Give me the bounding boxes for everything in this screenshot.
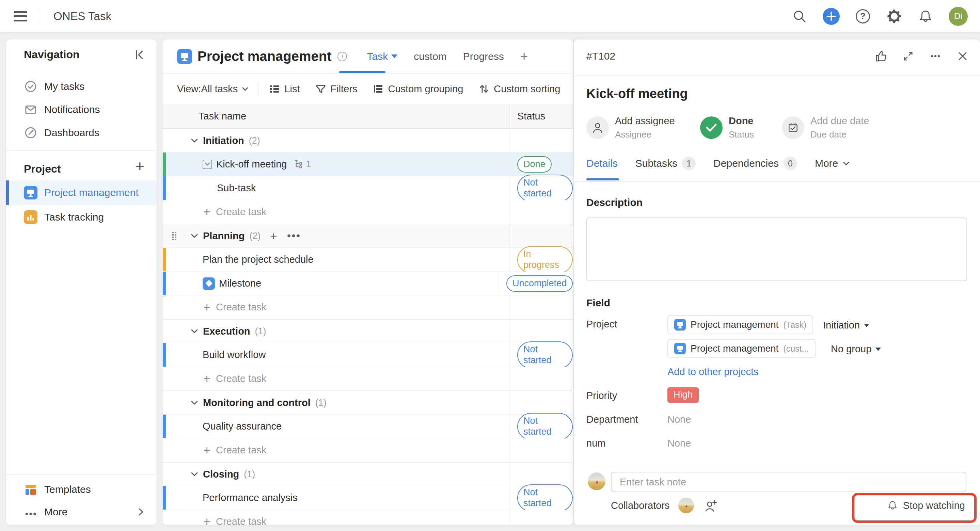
- group-select-initiation[interactable]: Initiation: [823, 320, 869, 331]
- group-row-planning[interactable]: Planning(2) + •••: [163, 224, 573, 248]
- view-selector[interactable]: View:All tasks: [177, 83, 248, 95]
- expand-icon[interactable]: [901, 49, 915, 63]
- more-dots-icon[interactable]: [928, 49, 943, 63]
- sidebar-item-templates[interactable]: Templates: [6, 478, 157, 501]
- group-count: (2): [249, 135, 260, 146]
- add-collaborator-icon[interactable]: [703, 498, 718, 513]
- create-task-row[interactable]: +Create task: [163, 296, 573, 319]
- status-color-bar: [163, 176, 166, 200]
- add-due-date-chip[interactable]: Add due date Due date: [782, 115, 869, 140]
- project-chip-task[interactable]: Project management (Task): [667, 315, 813, 334]
- task-row-milestone[interactable]: Milestone Uncompleted: [163, 272, 573, 296]
- menu-icon[interactable]: [14, 11, 27, 21]
- settings-gear-icon[interactable]: [886, 8, 902, 24]
- tab-task[interactable]: Task: [367, 51, 398, 62]
- status-color-bar: [163, 153, 166, 176]
- task-row-quality-assurance[interactable]: Quality assurance Not started: [163, 415, 573, 439]
- more-dots-icon: [24, 505, 37, 519]
- task-checkbox[interactable]: [203, 160, 212, 169]
- create-task-row[interactable]: +Create task: [163, 367, 573, 391]
- stop-watching-button[interactable]: Stop watching: [887, 500, 965, 511]
- status-badge[interactable]: Uncompleted: [506, 275, 573, 292]
- add-tab-icon[interactable]: +: [520, 49, 528, 64]
- status-badge[interactable]: Done: [517, 156, 552, 173]
- group-row-initiation[interactable]: Initiation(2): [163, 129, 573, 153]
- status-badge[interactable]: Not started: [517, 484, 573, 512]
- project-chip-custom[interactable]: Project management (cust...: [667, 339, 816, 358]
- help-icon[interactable]: ?: [855, 8, 871, 24]
- task-row-kick-off-meeting[interactable]: Kick-off meeting 1 Done: [163, 153, 573, 176]
- group-select-no-group[interactable]: No group: [831, 343, 881, 355]
- group-more-icon[interactable]: •••: [287, 230, 301, 242]
- add-project-icon[interactable]: +: [135, 159, 145, 173]
- tab-progress[interactable]: Progress: [463, 51, 504, 62]
- department-value[interactable]: None: [667, 414, 691, 425]
- tab-dependencies[interactable]: Dependencies 0: [713, 157, 797, 170]
- group-row-closing[interactable]: Closing(1): [163, 462, 573, 486]
- create-task-row[interactable]: +Create task: [163, 510, 573, 525]
- project-management-icon: [24, 186, 37, 199]
- active-tab-underline: [339, 71, 385, 73]
- num-field-label: num: [586, 438, 605, 449]
- task-row-build-workflow[interactable]: Build workflow Not started: [163, 343, 573, 367]
- add-task-to-group-icon[interactable]: +: [270, 229, 277, 243]
- list-view-button[interactable]: List: [269, 83, 300, 95]
- status-color-bar: [163, 486, 166, 510]
- tab-details[interactable]: Details: [586, 157, 618, 169]
- tab-subtasks[interactable]: Subtasks 1: [635, 157, 696, 170]
- priority-badge[interactable]: High: [667, 387, 699, 403]
- sidebar-item-task-tracking[interactable]: Task tracking: [6, 205, 157, 229]
- check-circle-icon: [24, 79, 37, 93]
- status-badge[interactable]: Not started: [517, 175, 573, 202]
- task-row-sub-task[interactable]: Sub-task Not started: [163, 176, 573, 200]
- grouping-icon: [372, 83, 384, 95]
- sidebar-item-my-tasks[interactable]: My tasks: [6, 75, 157, 98]
- filters-button[interactable]: Filters: [315, 83, 358, 95]
- custom-grouping-button[interactable]: Custom grouping: [372, 83, 463, 95]
- custom-sorting-button[interactable]: Custom sorting: [478, 83, 560, 95]
- search-icon[interactable]: [791, 8, 808, 24]
- like-thumb-icon[interactable]: [874, 49, 888, 63]
- tab-more[interactable]: More: [815, 157, 850, 169]
- description-textarea[interactable]: [586, 218, 967, 281]
- drag-handle-icon[interactable]: [172, 232, 177, 241]
- create-button[interactable]: [822, 8, 840, 25]
- status-badge[interactable]: Not started: [517, 342, 573, 369]
- task-name: Performance analysis: [203, 492, 298, 504]
- status-chip[interactable]: Done Status: [700, 115, 754, 140]
- status-badge[interactable]: Not started: [517, 413, 573, 440]
- column-task-name[interactable]: Task name: [163, 104, 509, 128]
- group-name: Initiation: [203, 135, 244, 146]
- add-to-other-projects-link[interactable]: Add to other projects: [667, 366, 759, 377]
- sidebar-item-project-management[interactable]: Project management: [6, 180, 157, 205]
- status-badge[interactable]: In progress: [517, 246, 573, 273]
- collapse-sidebar-icon[interactable]: [132, 48, 145, 61]
- envelope-icon: [24, 103, 37, 116]
- task-row-plan-the-project-schedule[interactable]: Plan the project schedule In progress: [163, 248, 573, 272]
- chevron-down-icon: [191, 138, 198, 143]
- dependencies-count-badge: 0: [784, 157, 797, 170]
- add-assignee-chip[interactable]: Add assignee Assignee: [586, 115, 675, 140]
- collaborator-avatar[interactable]: [678, 498, 694, 513]
- panel-divider: [574, 181, 980, 182]
- task-note-input[interactable]: [611, 472, 966, 492]
- task-name: Build workflow: [203, 349, 266, 361]
- status-color-bar: [163, 272, 166, 295]
- create-task-row[interactable]: +Create task: [163, 200, 573, 224]
- create-task-row[interactable]: +Create task: [163, 439, 573, 462]
- sidebar-item-notifications[interactable]: Notifications: [6, 98, 157, 121]
- group-row-execution[interactable]: Execution(1): [163, 319, 573, 343]
- notifications-bell-icon[interactable]: [917, 8, 934, 24]
- close-icon[interactable]: [956, 49, 970, 63]
- sidebar-item-label: More: [44, 506, 67, 518]
- subtasks-count-badge: 1: [682, 157, 696, 170]
- sidebar-item-dashboards[interactable]: Dashboards: [6, 121, 157, 144]
- num-value[interactable]: None: [667, 438, 691, 449]
- task-row-performance-analysis[interactable]: Performance analysis Not started: [163, 486, 573, 510]
- sidebar-item-more[interactable]: More: [6, 500, 157, 523]
- column-status[interactable]: Status: [509, 104, 573, 128]
- user-avatar[interactable]: Di: [949, 7, 968, 26]
- tab-custom[interactable]: custom: [414, 51, 447, 62]
- group-row-monitoring-and-control[interactable]: Monitoring and control(1): [163, 391, 573, 415]
- info-icon[interactable]: i: [337, 52, 347, 61]
